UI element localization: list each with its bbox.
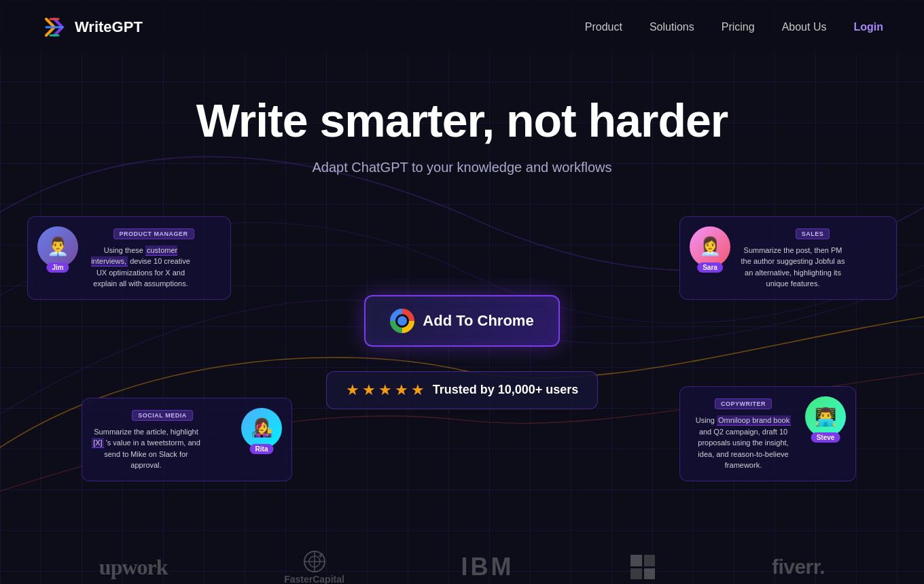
card-steve: Copywriter Using Omniloop brand book and…: [679, 386, 856, 481]
ms-tile-3: [630, 568, 642, 580]
star-3: ★: [378, 381, 392, 399]
steve-label: Steve: [811, 432, 840, 443]
rita-text: Summarize the article, highlight [X] 's …: [92, 426, 200, 471]
hero-content: 👨‍💼 Jim Product Manager Using these cust…: [14, 209, 910, 495]
star-1: ★: [346, 381, 359, 399]
steve-tag: Copywriter: [715, 398, 772, 409]
rita-avatar-container: 👩‍🎤 Rita: [241, 408, 282, 449]
steve-content: Copywriter Using Omniloop brand book and…: [690, 396, 797, 471]
jim-content: Product Manager Using these customer int…: [86, 226, 221, 290]
ibm-logo: IBM: [461, 553, 514, 581]
nav-login[interactable]: Login: [853, 21, 883, 33]
card-rita: Social Media Summarize the article, high…: [82, 398, 292, 481]
sara-avatar-container: 👩‍💼 Sara: [690, 226, 730, 267]
sara-tag: Sales: [796, 228, 830, 239]
rita-tag: Social Media: [132, 410, 192, 421]
rita-label: Rita: [250, 444, 274, 454]
hero-section: Write smarter, not harder Adapt ChatGPT …: [0, 54, 924, 522]
faster-logo-inner: FasterCapital: [284, 549, 344, 584]
sara-text: Summarize the post, then PM the author s…: [739, 245, 847, 290]
fiverr-logo: fiverr.: [772, 555, 825, 579]
jim-avatar: 👨‍💼: [37, 226, 78, 267]
ms-tile-1: [630, 555, 642, 566]
jim-avatar-container: 👨‍💼 Jim: [37, 226, 78, 267]
trust-text: Trusted by 10,000+ users: [433, 383, 579, 397]
jim-tag: Product Manager: [113, 228, 194, 239]
steve-avatar-container: 👨‍💻 Steve: [805, 396, 846, 437]
sara-avatar: 👩‍💼: [690, 226, 730, 267]
nav-pricing[interactable]: Pricing: [722, 21, 755, 33]
ms-tile-4: [644, 568, 656, 580]
card-jim: 👨‍💼 Jim Product Manager Using these cust…: [27, 216, 231, 300]
rita-content: Social Media Summarize the article, high…: [92, 408, 233, 471]
nav-about[interactable]: About Us: [782, 21, 827, 33]
logo-area[interactable]: WriteGPT: [41, 14, 143, 41]
fiverr-text: fiverr.: [772, 555, 825, 579]
faster-icon: [302, 549, 327, 574]
steve-avatar: 👨‍💻: [805, 396, 846, 437]
nav-solutions[interactable]: Solutions: [650, 21, 694, 33]
hero-subtitle: Adapt ChatGPT to your knowledge and work…: [14, 160, 910, 175]
fastercapital-logo: FasterCapital: [284, 549, 344, 584]
navbar: WriteGPT Product Solutions Pricing About…: [0, 0, 924, 54]
nav-links: Product Solutions Pricing About Us Login: [585, 21, 883, 33]
cta-label: Add To Chrome: [423, 312, 533, 330]
star-2: ★: [362, 381, 376, 399]
jim-label: Jim: [46, 262, 69, 273]
star-5: ★: [411, 381, 425, 399]
upwork-text: upwork: [99, 555, 168, 580]
star-4: ★: [395, 381, 408, 399]
ibm-text: IBM: [461, 553, 514, 581]
upwork-logo: upwork: [99, 555, 168, 580]
sara-label: Sara: [697, 262, 723, 273]
logo-icon: [41, 14, 68, 41]
ms-tile-2: [644, 555, 656, 566]
rita-avatar: 👩‍🎤: [241, 408, 282, 449]
chrome-icon: [390, 309, 414, 333]
faster-text: FasterCapital: [284, 574, 344, 584]
card-sara: 👩‍💼 Sara Sales Summarize the post, then …: [679, 216, 897, 300]
microsoft-logo: [630, 555, 655, 579]
ms-grid: [630, 555, 655, 579]
hero-title: Write smarter, not harder: [14, 95, 910, 146]
stars: ★ ★ ★ ★ ★: [346, 381, 425, 399]
brand-name: WriteGPT: [75, 18, 143, 36]
logos-section: upwork FasterCapital IBM: [0, 522, 924, 584]
cta-area: Add To Chrome ★ ★ ★ ★ ★ Trusted by 10,00…: [326, 295, 599, 409]
nav-product[interactable]: Product: [585, 21, 622, 33]
sara-content: Sales Summarize the post, then PM the au…: [739, 226, 887, 290]
trust-badge: ★ ★ ★ ★ ★ Trusted by 10,000+ users: [326, 371, 599, 409]
add-to-chrome-button[interactable]: Add To Chrome: [364, 295, 559, 347]
jim-text: Using these customer interviews, devise …: [86, 245, 195, 290]
steve-text: Using Omniloop brand book and Q2 campaig…: [690, 415, 797, 471]
